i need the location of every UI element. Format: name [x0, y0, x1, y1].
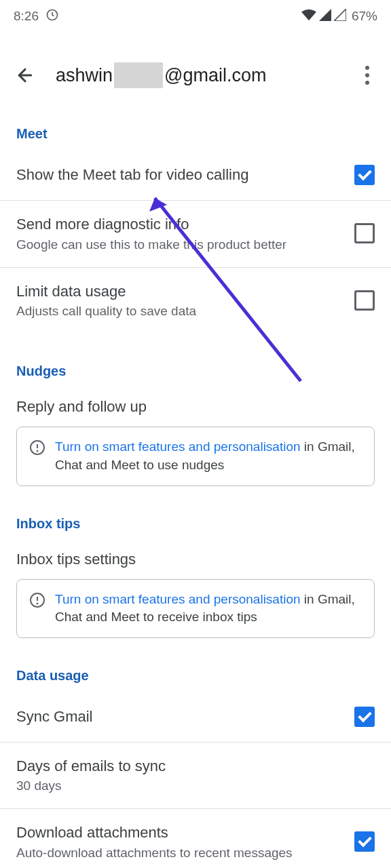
info-text: Turn on smart features and personalisati… [55, 591, 362, 627]
section-header-inbox-tips: Inbox tips [0, 486, 391, 541]
row-subtitle: Adjusts call quality to save data [16, 304, 341, 319]
app-bar: ashwin@gmail.com [0, 28, 391, 102]
svg-point-6 [37, 603, 38, 604]
row-diagnostic[interactable]: Send more diagnostic info Google can use… [0, 201, 391, 268]
info-link[interactable]: Turn on smart features and personalisati… [55, 592, 301, 606]
row-subtitle: Google can use this to make this product… [16, 237, 341, 252]
info-link[interactable]: Turn on smart features and personalisati… [55, 439, 301, 454]
email-suffix: @gmail.com [164, 65, 266, 86]
inbox-tips-settings-label: Inbox tips settings [0, 541, 391, 579]
svg-point-3 [37, 451, 38, 452]
checkbox-download-attachments[interactable] [354, 831, 375, 852]
row-title: Download attachments [16, 823, 341, 843]
section-header-meet: Meet [0, 102, 391, 151]
row-days-sync[interactable]: Days of emails to sync 30 days [0, 743, 391, 810]
signal-icon-2 [334, 9, 346, 24]
row-title: Send more diagnostic info [16, 214, 341, 235]
more-menu-button[interactable] [357, 66, 377, 85]
checkbox-show-meet-tab[interactable] [354, 165, 375, 185]
info-icon [29, 592, 45, 608]
info-text: Turn on smart features and personalisati… [55, 438, 362, 474]
section-header-data-usage: Data usage [0, 638, 391, 693]
row-subtitle: 30 days [16, 778, 375, 793]
rotation-lock-icon [45, 8, 59, 25]
wifi-icon [301, 9, 316, 24]
row-download-attachments[interactable]: Download attachments Auto-download attac… [0, 809, 391, 861]
checkbox-diagnostic[interactable] [354, 223, 375, 243]
back-button[interactable] [14, 64, 37, 87]
row-title: Days of emails to sync [16, 756, 375, 776]
email-prefix: ashwin [56, 65, 113, 86]
row-sync-gmail[interactable]: Sync Gmail [0, 693, 391, 743]
row-title: Limit data usage [16, 281, 341, 302]
page-title: ashwin@gmail.com [56, 62, 338, 88]
row-title: Sync Gmail [16, 707, 341, 727]
nudges-reply-label: Reply and follow up [0, 389, 391, 427]
info-icon [29, 439, 45, 456]
checkbox-limit-data[interactable] [354, 290, 375, 311]
signal-icon-1 [319, 9, 331, 24]
row-limit-data[interactable]: Limit data usage Adjusts call quality to… [0, 268, 391, 334]
inbox-tips-info-card[interactable]: Turn on smart features and personalisati… [16, 579, 375, 638]
battery-text: 67% [352, 9, 377, 24]
checkbox-sync-gmail[interactable] [354, 707, 375, 727]
redacted-block [114, 62, 163, 88]
status-time: 8:26 [14, 9, 39, 24]
row-subtitle: Auto-download attachments to recent mess… [16, 846, 341, 861]
section-header-nudges: Nudges [0, 334, 391, 389]
row-show-meet-tab[interactable]: Show the Meet tab for video calling [0, 151, 391, 201]
nudges-info-card[interactable]: Turn on smart features and personalisati… [16, 427, 375, 486]
row-title: Show the Meet tab for video calling [16, 165, 341, 185]
status-bar: 8:26 67% [0, 0, 391, 28]
